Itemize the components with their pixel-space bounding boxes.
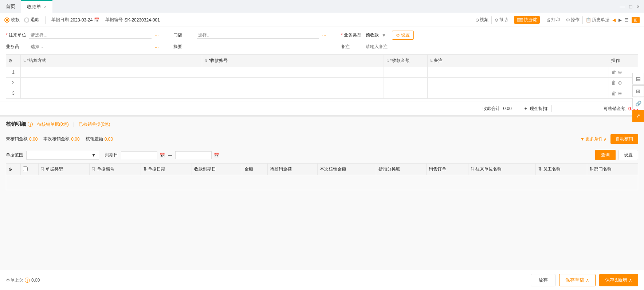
business-type-dropdown[interactable]: ▼ (382, 33, 386, 38)
auto-verify-btn[interactable]: 自动核销 (610, 134, 638, 144)
window-close-icon[interactable]: × (637, 4, 640, 9)
radio-collection[interactable]: 收款 (4, 17, 20, 23)
payment-method-input[interactable] (23, 91, 200, 96)
mini-btn-1[interactable]: ▤ (632, 73, 644, 85)
remark-cell[interactable] (427, 67, 609, 78)
verify-settings-btn[interactable]: 设置 (619, 150, 638, 160)
amount-input[interactable] (386, 91, 425, 96)
copy-icon[interactable]: ⊕ (618, 80, 622, 86)
calendar-from-icon[interactable]: 📅 (160, 153, 165, 158)
sub-col-amount: 金额 (242, 164, 267, 175)
sub-col-pending: 待核销金额 (267, 164, 318, 175)
tab-home[interactable]: 首页 (0, 0, 21, 13)
copy-icon[interactable]: ⊕ (618, 90, 622, 96)
layout-grid-icon[interactable]: ⊞ (632, 17, 640, 23)
abandon-btn[interactable]: 放弃 (531, 274, 555, 286)
payment-method-cell[interactable] (21, 88, 202, 99)
right-mini-toolbar: ▤ ⊞ 🔗 ⤢ (632, 73, 644, 122)
delete-icon[interactable]: 🗑 (611, 80, 616, 86)
table-row: 2 🗑 ⊕ (6, 78, 638, 88)
table-settings-icon[interactable]: ⚙ (8, 58, 12, 63)
mini-btn-3[interactable]: 🔗 (632, 98, 644, 109)
calendar-icon[interactable]: 📅 (94, 17, 99, 23)
partner-more-btn[interactable]: ··· (154, 32, 159, 38)
help-btn[interactable]: ⊙ 帮助 (495, 17, 508, 23)
shortcut-btn[interactable]: ⌨ 快捷键 (514, 16, 540, 24)
copy-icon[interactable]: ⊕ (618, 69, 622, 75)
sub-col-due-date: 收款到期日 (192, 164, 242, 175)
tab-close-icon[interactable]: × (44, 4, 47, 9)
video-btn[interactable]: ⊙ 视频 (475, 17, 488, 23)
payment-method-input[interactable] (23, 70, 200, 75)
table-remark-input[interactable] (430, 91, 606, 96)
amount-input[interactable] (386, 70, 425, 75)
amount-input[interactable] (386, 80, 425, 85)
delete-icon[interactable]: 🗑 (611, 90, 616, 96)
save-draft-btn[interactable]: 保存草稿 ∧ (559, 274, 596, 286)
staff-more-btn[interactable]: ··· (154, 44, 159, 50)
operation-btn[interactable]: ⚙ 操作 (566, 17, 580, 23)
radio-refund[interactable]: 退款 (24, 17, 39, 23)
account-cell[interactable] (202, 67, 384, 78)
save-new-dropdown-icon[interactable]: ∧ (629, 278, 632, 283)
verify-info-icon[interactable]: i (28, 122, 33, 127)
verify-tab-done[interactable]: 已核销单据(0笔) (79, 121, 110, 128)
date-to-input[interactable]: 2022-04-12 (175, 151, 212, 159)
account-input[interactable] (204, 91, 381, 96)
date-from-input[interactable]: 2022-04-01 (121, 151, 157, 159)
mini-btn-4[interactable]: ⤢ (632, 110, 644, 122)
layout-list-icon[interactable]: ☰ (625, 17, 629, 23)
verify-tab-pending[interactable]: 待核销单据(0笔) (37, 121, 69, 128)
account-input[interactable] (204, 70, 381, 75)
nav-next-icon[interactable]: ▶ (619, 17, 622, 23)
more-conditions-link[interactable]: ▼ 更多条件 ∧ (580, 136, 607, 142)
diff-stat: 核销差额 0.00 (86, 136, 113, 142)
sub-col-current: 本次核销金额 (318, 164, 376, 175)
account-cell[interactable] (202, 78, 384, 88)
save-draft-dropdown-icon[interactable]: ∧ (586, 278, 589, 283)
amount-cell[interactable] (384, 67, 427, 78)
partner-input[interactable] (29, 32, 152, 39)
store-input[interactable] (197, 32, 319, 39)
select-all-checkbox[interactable] (23, 166, 28, 171)
range-select[interactable]: ▼ (26, 151, 99, 160)
prev-info-icon[interactable]: i (25, 278, 30, 283)
mini-btn-2[interactable]: ⊞ (632, 85, 644, 97)
discount-input[interactable] (551, 105, 595, 112)
payment-method-cell[interactable] (21, 78, 202, 88)
sub-table-gear-icon[interactable]: ⚙ (8, 167, 12, 172)
tab-bar: 首页 收款单 × — □ × (0, 0, 644, 13)
print-btn[interactable]: 🖨 打印 (546, 17, 560, 23)
remark-cell[interactable] (427, 88, 609, 99)
account-cell[interactable] (202, 88, 384, 99)
filter-buttons: 查询 设置 (595, 150, 638, 160)
col-amount: ⇅ *收款金额 (384, 55, 427, 67)
calendar-to-icon[interactable]: 📅 (214, 153, 219, 158)
history-btn[interactable]: 📋 历史单据 (586, 17, 609, 23)
business-type-label: 业务类型 (341, 32, 363, 38)
remark-input[interactable] (364, 43, 638, 50)
save-new-btn[interactable]: 保存&新增 ∧ (599, 274, 638, 286)
filter-icon: ▼ (580, 137, 585, 142)
query-btn[interactable]: 查询 (595, 150, 616, 160)
nav-prev-icon[interactable]: ◀ (612, 17, 616, 23)
payment-method-input[interactable] (23, 80, 200, 85)
summary-input[interactable] (197, 43, 326, 50)
table-remark-input[interactable] (430, 80, 606, 85)
remark-cell[interactable] (427, 78, 609, 88)
sub-table-header: ⚙ ⇅ 单据类型 ⇅ 单据编号 ⇅ 单据日期 收款到期日 金额 待核销金额 本次… (6, 164, 638, 175)
table-remark-input[interactable] (430, 70, 606, 75)
tab-home-label: 首页 (6, 3, 15, 10)
amount-cell[interactable] (384, 78, 427, 88)
amount-cell[interactable] (384, 88, 427, 99)
tab-active[interactable]: 收款单 × (21, 0, 52, 13)
delete-icon[interactable]: 🗑 (611, 69, 616, 75)
account-input[interactable] (204, 80, 381, 85)
minimize-icon[interactable]: — (620, 4, 625, 9)
staff-input[interactable] (29, 43, 152, 50)
settings-button[interactable]: ⚙ 设置 (392, 31, 414, 40)
maximize-icon[interactable]: □ (629, 4, 632, 9)
store-more-btn[interactable]: ··· (322, 32, 326, 38)
payment-method-cell[interactable] (21, 67, 202, 78)
number-value: SK-20230324-001 (124, 17, 160, 23)
